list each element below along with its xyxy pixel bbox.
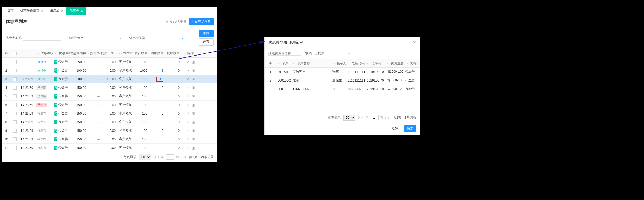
share-icon[interactable]: ↗ <box>186 60 189 64</box>
col-discount[interactable]: ▲▼折扣% <box>88 51 101 56</box>
row-time: 14 23:59 <box>19 112 35 115</box>
col-code[interactable]: ▲▼优惠码 <box>365 61 385 66</box>
share-icon[interactable]: ↗ <box>186 77 189 81</box>
table-row[interactable]: 307 23:59执行中代代金券200.00--1000.00客户领取10031… <box>2 75 217 83</box>
row-checkbox[interactable] <box>10 120 19 124</box>
qrcode-icon[interactable]: ▣ <box>192 146 195 150</box>
page-input[interactable] <box>166 154 174 160</box>
col-customer-name[interactable]: ▲▼客户名称 <box>291 61 331 66</box>
filter-status-select[interactable]: ⌄ <box>85 36 123 40</box>
prev-page-icon[interactable]: ⟨ <box>158 155 159 159</box>
qrcode-icon[interactable]: ▣ <box>192 86 195 90</box>
qrcode-icon[interactable]: ▣ <box>192 77 195 81</box>
col-status[interactable]: ▲▼优惠券状态 <box>35 51 53 56</box>
tab-label: 优惠券详情页 <box>20 9 39 13</box>
table-header: ⚙ ▲▼优惠券状态 ▲▼优惠券类型 ▲▼优惠券面值 ▲▼折扣% ▲▼使用门槛..… <box>2 49 217 58</box>
use-count-link[interactable]: 1 <box>178 77 180 81</box>
next-page-icon[interactable]: ⟩ <box>385 116 386 119</box>
close-icon[interactable]: ✕ <box>81 9 83 12</box>
last-page-icon[interactable]: ⟩⟩ <box>184 155 186 159</box>
table-row[interactable]: 1RETAIL..零散客户张三111111111112019120 70..满1… <box>265 68 420 76</box>
row-checkbox[interactable] <box>10 129 19 133</box>
table-row[interactable]: 1014 23:59待发布代代金券150.00--0.00客户领取10000↗▣ <box>2 135 217 144</box>
row-customer: RETAIL.. <box>276 70 291 74</box>
col-method[interactable]: ▲▼发放方式 <box>117 51 133 56</box>
table-row[interactable]: 914 23:59待发布代代金券150.00--0.00客户领取10000↗▣ <box>2 126 217 135</box>
claim-count-highlighted[interactable]: 3 <box>156 77 163 82</box>
filter-type-select[interactable]: ⌄ <box>147 36 184 40</box>
first-page-icon[interactable]: ⟨⟨ <box>358 116 361 119</box>
row-checkbox[interactable] <box>10 137 19 141</box>
col-type[interactable]: ▲▼优惠券类型 <box>53 51 70 56</box>
row-checkbox[interactable] <box>10 103 19 107</box>
modal-per-page-select[interactable]: 50 <box>343 115 355 121</box>
col-threshold[interactable]: ▲▼使用门槛.. <box>101 51 117 56</box>
gear-column[interactable]: ⚙ <box>265 61 276 65</box>
row-checkbox[interactable] <box>10 77 19 81</box>
add-coupon-button[interactable]: + 新增优惠券 <box>189 18 214 25</box>
row-checkbox[interactable] <box>10 112 19 115</box>
table-row[interactable]: 614 23:59已终止代代金券150.00--0.00客户领取10000↗▣ <box>2 101 217 109</box>
gear-column[interactable]: ⚙ <box>2 52 10 55</box>
query-button[interactable]: 查询 <box>199 30 214 37</box>
row-use: 0 <box>165 69 181 72</box>
qrcode-icon[interactable]: ▣ <box>192 111 195 115</box>
per-page-select[interactable]: 50 <box>139 154 151 160</box>
table-row[interactable]: 3000117666666666张156 6666 ..2019120 70..… <box>265 85 420 93</box>
row-checkbox[interactable] <box>10 60 19 64</box>
qrcode-icon[interactable]: ▣ <box>192 60 195 64</box>
qrcode-icon[interactable]: ▣ <box>192 103 195 107</box>
last-page-icon[interactable]: ⟩⟩ <box>388 116 391 119</box>
prev-page-icon[interactable]: ⟨ <box>362 116 363 119</box>
close-icon[interactable]: ✕ <box>61 9 63 12</box>
col-customer[interactable]: ▲▼客户... <box>276 61 291 66</box>
close-icon[interactable]: ✕ <box>41 9 43 12</box>
table-row[interactable]: 814 23:59待发布代代金券150.00--0.00客户领取10000↗▣ <box>2 118 217 126</box>
tab-优惠券[interactable]: 优惠券✕ <box>66 7 86 15</box>
col-contact[interactable]: ▲▼联系人 <box>331 61 346 66</box>
table-row[interactable]: 2执行中代代金券100.00--0.00客户领取100010↗▣ <box>2 66 217 75</box>
row-checkbox[interactable] <box>10 86 19 90</box>
modal-search[interactable]: ⌕ <box>268 52 301 56</box>
confirm-button[interactable]: 确定 <box>404 125 416 132</box>
tab-优惠券详情页[interactable]: 优惠券详情页✕ <box>17 7 46 15</box>
table-row[interactable]: 514 23:59已过期代代金券150.00--0.00客户领取10000↗▣ <box>2 92 217 101</box>
row-checkbox[interactable] <box>10 146 19 150</box>
table-row[interactable]: 1114 23:59待发布代代金券150.00--0.00客户领取10000↗▣ <box>2 144 217 152</box>
modal-page-input[interactable] <box>370 115 379 120</box>
qrcode-icon[interactable]: ▣ <box>192 137 195 141</box>
qrcode-icon[interactable]: ▣ <box>192 120 195 124</box>
claim-count-link[interactable]: 1 <box>162 69 163 72</box>
distribute-coupon-button[interactable]: ⊕ 发放优惠券 <box>165 19 187 24</box>
col-coupon-type[interactable]: ▲▼优惠券类 <box>404 61 417 66</box>
table-row[interactable]: 1待执行代代金券50.00--0.00客户领取1000↗▣ <box>2 58 217 66</box>
row-checkbox[interactable] <box>10 69 19 72</box>
first-page-icon[interactable]: ⟨⟨ <box>154 155 156 159</box>
cancel-button[interactable]: 取消 <box>389 125 401 132</box>
filter-name-input[interactable] <box>23 35 61 41</box>
tab-销货单[interactable]: 销货单✕ <box>46 7 66 15</box>
next-page-icon[interactable]: ⟩ <box>181 155 182 159</box>
modal-status-select[interactable]: 已使用 ⌄ <box>314 50 351 56</box>
tab-首页[interactable]: 首页 <box>4 7 17 15</box>
close-icon[interactable]: ✕ <box>413 40 416 45</box>
table-row[interactable]: 200010001北京1唐先生111111111112019120 70..满1… <box>265 76 420 85</box>
col-claim[interactable]: ▲▼领用数量 <box>149 51 165 56</box>
qrcode-icon[interactable]: ▣ <box>192 129 195 133</box>
modal-search-input[interactable] <box>268 52 309 55</box>
col-phone[interactable]: ▲▼电话号码 <box>346 61 365 66</box>
share-icon[interactable]: ↗ <box>186 68 189 72</box>
settings-button[interactable]: 设置 <box>199 38 214 46</box>
col-issue[interactable]: ▲▼发行数量 <box>133 51 149 56</box>
row-contact: 张 <box>331 87 346 91</box>
col-face[interactable]: ▲▼优惠券面值 <box>70 51 88 56</box>
qrcode-icon[interactable]: ▣ <box>192 94 195 98</box>
select-all-column[interactable] <box>10 52 19 55</box>
row-checkbox[interactable] <box>10 94 19 98</box>
col-subject[interactable]: ▲▼优惠主题 <box>385 61 404 66</box>
qrcode-icon[interactable]: ▣ <box>192 68 195 72</box>
col-use[interactable]: ▲▼使用数量 <box>165 51 181 56</box>
row-threshold: 0.00 <box>101 112 117 115</box>
table-row[interactable]: 414 23:59已过期代代金券150.00--0.00客户领取10000↗▣ <box>2 83 217 92</box>
table-row[interactable]: 714 23:59待发布代代金券150.00--0.00客户领取10000↗▣ <box>2 109 217 118</box>
